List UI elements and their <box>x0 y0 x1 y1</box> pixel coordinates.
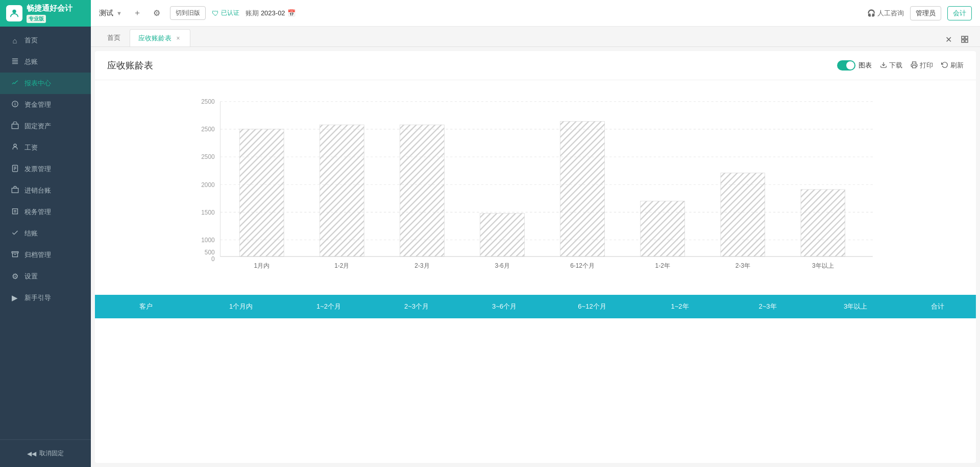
bar-chart: 2500 2500 2500 2000 1500 1000 500 0 <box>107 90 964 290</box>
table-area: 客户 1个月内 1~2个月 2~3个月 3~6个月 6~12个月 1~2年 2~… <box>95 295 976 463</box>
svg-text:2-3月: 2-3月 <box>414 262 429 269</box>
sidebar-item-archive[interactable]: 归档管理 <box>0 244 91 266</box>
svg-text:6-12个月: 6-12个月 <box>570 262 595 269</box>
svg-rect-1 <box>12 59 17 59</box>
svg-text:1-2年: 1-2年 <box>655 262 670 269</box>
th-3plus-year: 3年以上 <box>812 295 899 318</box>
sidebar-item-ledger[interactable]: 总账 <box>0 51 91 73</box>
add-button[interactable]: ＋ <box>130 6 144 20</box>
sidebar: 畅捷通好会计 专业版 ⌂ 首页 总账 报表中心 资金管理 <box>0 0 91 467</box>
logo-text: 畅捷通好会计 专业版 <box>27 4 72 23</box>
company-selector[interactable]: 测试 ▼ <box>99 9 122 18</box>
app-logo: 畅捷通好会计 专业版 <box>0 0 91 27</box>
toggle-label: 图表 <box>859 61 872 70</box>
chart-toggle[interactable]: 图表 <box>837 60 872 71</box>
svg-rect-20 <box>965 36 968 39</box>
funds-icon <box>10 100 19 109</box>
period-label: 账期 <box>246 9 259 18</box>
period-value: 2023-02 <box>261 9 285 17</box>
logo-icon <box>6 5 22 21</box>
svg-text:0: 0 <box>211 255 215 263</box>
th-total: 合计 <box>899 295 976 318</box>
home-icon: ⌂ <box>10 36 19 45</box>
sidebar-item-fixed-assets[interactable]: 固定资产 <box>0 115 91 137</box>
sidebar-item-reports[interactable]: 报表中心 <box>0 73 91 94</box>
fixed-assets-icon <box>10 122 19 131</box>
sidebar-label-closing: 结账 <box>24 229 38 238</box>
tab-aging[interactable]: 应收账龄表 × <box>130 29 190 46</box>
consult-button[interactable]: 🎧 人工咨询 <box>867 9 904 18</box>
svg-rect-4 <box>12 63 17 64</box>
role-button[interactable]: 会计 <box>947 6 972 20</box>
svg-text:2000: 2000 <box>201 181 215 189</box>
sidebar-label-inventory: 进销台账 <box>24 186 51 195</box>
sidebar-item-closing[interactable]: 结账 <box>0 223 91 244</box>
tab-aging-label: 应收账龄表 <box>138 34 172 43</box>
settings-icon: ⚙ <box>10 272 19 281</box>
expand-window-button[interactable] <box>958 32 972 46</box>
top-header: 测试 ▼ ＋ ⚙ 切到旧版 🛡 已认证 账期 2023-02 📅 🎧 人工咨询 … <box>91 0 980 27</box>
ledger-icon <box>10 57 19 66</box>
svg-text:2-3年: 2-3年 <box>736 262 750 269</box>
sidebar-label-payroll: 工资 <box>24 143 38 152</box>
payroll-icon <box>10 143 19 152</box>
toggle-track[interactable] <box>837 60 855 71</box>
sidebar-item-settings[interactable]: ⚙ 设置 <box>0 266 91 287</box>
th-3-6month: 3~6个月 <box>460 295 548 318</box>
th-1month: 1个月内 <box>197 295 285 318</box>
manager-button[interactable]: 管理员 <box>910 6 941 20</box>
pin-icon: ◀◀ <box>27 450 36 457</box>
bar-3年以上 <box>801 190 845 256</box>
tab-close-icon[interactable]: × <box>175 35 182 42</box>
close-window-button[interactable]: ✕ <box>941 32 955 46</box>
sidebar-item-payroll[interactable]: 工资 <box>0 137 91 158</box>
switch-version-button[interactable]: 切到旧版 <box>170 6 206 20</box>
logo-sub: 专业版 <box>27 15 46 23</box>
cert-label: 已认证 <box>221 9 239 17</box>
sidebar-nav: ⌂ 首页 总账 报表中心 资金管理 固定资产 <box>0 27 91 439</box>
sidebar-label-funds: 资金管理 <box>24 100 51 109</box>
print-icon <box>911 61 918 70</box>
header-actions: ＋ ⚙ <box>130 6 164 20</box>
tab-home[interactable]: 首页 <box>99 29 129 46</box>
bar-2-3月 <box>400 125 445 256</box>
sidebar-item-guide[interactable]: ▶ 新手引导 <box>0 287 91 309</box>
svg-rect-18 <box>965 40 968 42</box>
print-button[interactable]: 打印 <box>911 61 933 70</box>
svg-text:2500: 2500 <box>201 98 215 105</box>
bar-2-3年 <box>721 173 765 256</box>
sidebar-label-archive: 归档管理 <box>24 250 51 260</box>
svg-rect-19 <box>962 40 964 42</box>
invoices-icon <box>10 165 19 174</box>
tax-icon <box>10 207 19 217</box>
download-button[interactable]: 下载 <box>880 61 902 70</box>
shield-icon: 🛡 <box>212 9 219 17</box>
page-tools: 图表 下载 打印 <box>837 60 964 71</box>
sidebar-label-guide: 新手引导 <box>24 293 51 302</box>
cancel-fixed-button[interactable]: ◀◀ 取消固定 <box>0 445 91 462</box>
sidebar-label-tax: 税务管理 <box>24 207 51 217</box>
th-customer: 客户 <box>95 295 197 318</box>
sidebar-label-invoices: 发票管理 <box>24 165 51 174</box>
th-2-3year: 2~3年 <box>724 295 812 318</box>
settings-gear-button[interactable]: ⚙ <box>150 6 164 20</box>
sidebar-item-inventory[interactable]: 进销台账 <box>0 180 91 201</box>
page-inner: 应收账龄表 图表 下载 <box>95 51 976 463</box>
svg-rect-3 <box>12 62 17 62</box>
sidebar-item-tax[interactable]: 税务管理 <box>0 201 91 223</box>
bar-6-12个月 <box>560 122 605 256</box>
bar-1-2年 <box>641 201 685 256</box>
sidebar-item-invoices[interactable]: 发票管理 <box>0 158 91 180</box>
consult-label: 人工咨询 <box>877 9 904 18</box>
refresh-button[interactable]: 刷新 <box>941 61 964 70</box>
svg-rect-15 <box>12 252 18 253</box>
sidebar-item-funds[interactable]: 资金管理 <box>0 94 91 115</box>
calendar-icon[interactable]: 📅 <box>287 9 296 17</box>
header-right: 🎧 人工咨询 管理员 会计 <box>867 6 972 20</box>
main-content: 测试 ▼ ＋ ⚙ 切到旧版 🛡 已认证 账期 2023-02 📅 🎧 人工咨询 … <box>91 0 980 467</box>
sidebar-item-home[interactable]: ⌂ 首页 <box>0 30 91 51</box>
page-title: 应收账龄表 <box>107 59 153 72</box>
page-header: 应收账龄表 图表 下载 <box>95 51 976 80</box>
tabs-bar: 首页 应收账龄表 × ✕ <box>91 27 980 47</box>
svg-rect-17 <box>962 36 964 39</box>
